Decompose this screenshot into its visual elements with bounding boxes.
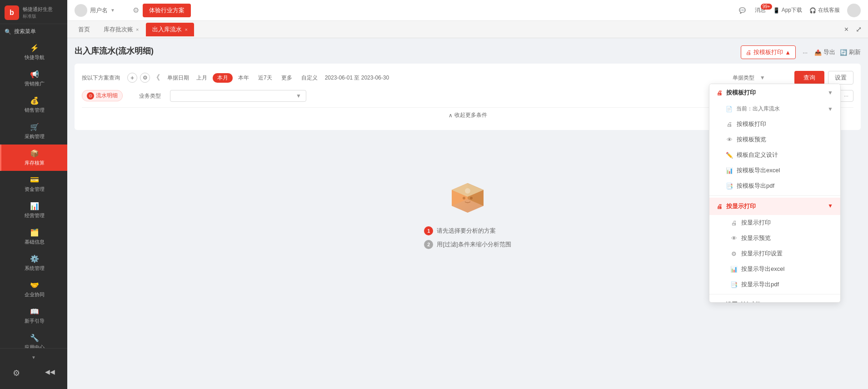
filter-right-btns: 查询 设置 [794,71,853,85]
empty-step-1: 1 请先选择要分析的方案 [424,226,511,235]
sidebar-scroll-down[interactable]: ▼ [0,353,67,362]
filter-collapse-icon[interactable]: 《 [153,73,160,83]
app-download-btn[interactable]: 📱 App下载 [773,6,802,14]
date-7days-btn[interactable]: 近7天 [254,73,276,83]
display-print-header-left: 🖨 按显示打印 [717,202,756,210]
biz-type-select[interactable]: ▼ [170,90,306,102]
date-this-month-btn[interactable]: 本月 [213,73,233,83]
print-template-btn[interactable]: 🖨 按模板打印 ▲ [741,45,796,59]
print-template-icon: 🖨 [746,49,752,56]
tab-home-label: 首页 [78,25,90,34]
display-print-icon: 🖨 [730,219,738,226]
dropdown-display-export-pdf-item[interactable]: 📑 按显示导出pdf [709,277,840,292]
sidebar-item-purchase[interactable]: 🛒 采购管理 [0,118,67,145]
dropdown-display-print-item[interactable]: 🖨 按显示打印 [709,215,840,230]
content-area: 出入库流水(流水明细) 🖨 按模板打印 ▲ ··· 📤 导出 🔄 刷新 [67,38,868,389]
message-btn[interactable]: 💬 99+ 消息 [739,6,766,14]
sidebar-item-basic[interactable]: 🗂️ 基础信息 [0,224,67,250]
sidebar-item-search[interactable]: 🔍 搜索菜单 [0,24,67,39]
query-btn[interactable]: 查询 [794,71,824,85]
sidebar-item-finance[interactable]: 💳 资金管理 [0,171,67,197]
display-excel-icon: 📊 [730,265,738,273]
main-area: 用户名 ▼ ⚙ 体验行业方案 💬 99+ 消息 📱 App下载 🎧 [67,0,868,389]
tab-inout-flow-close[interactable]: × [185,27,187,32]
topbar: 用户名 ▼ ⚙ 体验行业方案 💬 99+ 消息 📱 App下载 🎧 [67,0,868,21]
settings-gear-icon: ⚙ [13,368,20,378]
dropdown-template-print-item[interactable]: 🖨 按模板打印 [709,116,840,132]
display-pdf-icon: 📑 [730,281,738,288]
filter-tag-item[interactable]: ⊙ 流水明细 [82,90,123,101]
date-this-year-btn[interactable]: 本年 [234,73,253,83]
filter-settings-icon-btn[interactable]: ⚙ [140,73,150,83]
tab-inout-flow[interactable]: 出入库流水 × [146,23,194,36]
chevron-up-icon: ∧ [449,112,453,119]
refresh-btn[interactable]: 🔄 刷新 [840,48,861,56]
sidebar-item-marketing[interactable]: 📢 营销推广 [0,65,67,92]
app-download-label: App下载 [782,6,802,14]
message-icon: 💬 [739,7,746,14]
collapse-sidebar-btn[interactable]: ◀◀ [40,364,60,382]
settings-btn[interactable]: 设置 [828,71,853,85]
display-print-header-icon: 🖨 [717,203,723,210]
user-avatar [75,4,87,17]
search-label: 搜索菜单 [14,28,36,35]
tab-close-all-btn[interactable]: × [843,24,850,35]
tab-inventory-batch-close[interactable]: × [136,27,139,32]
finance-icon: 💳 [30,175,39,184]
sidebar-item-apps[interactable]: 🔧 应用中心 [0,329,67,348]
dropdown-template-preview-item[interactable]: 👁 按模板预览 [709,132,840,147]
set-default-icon: ⚙ [717,302,722,303]
sidebar-item-enterprise[interactable]: 🤝 企业协同 [0,276,67,303]
settings-gear-icon-top[interactable]: ⚙ [133,6,139,15]
inventory-label: 库存核算 [25,160,45,166]
dropdown-display-export-excel-item[interactable]: 📊 按显示导出excel [709,261,840,277]
tab-inventory-batch[interactable]: 库存批次账 × [97,23,145,36]
biz-type-chevron-icon: ▼ [296,93,301,99]
dropdown-current-template[interactable]: 📄 当前：出入库流水 ▼ [709,101,840,116]
set-default-label: 设置默认功能 [726,301,761,302]
dropdown-set-default-header[interactable]: ⚙ 设置默认功能 ▼ [709,296,840,302]
export-label: 导出 [823,48,835,56]
tab-expand-btn[interactable]: ⤢ [854,23,863,35]
dropdown-template-export-excel-item[interactable]: 📊 按模板导出excel [709,163,840,178]
quick-nav-icon: ⚡ [30,44,39,52]
sidebar-item-quick-nav[interactable]: ⚡ 快捷导航 [0,39,67,65]
settings-bottom-btn[interactable]: ⚙ [7,364,25,382]
more-options-icon: ··· [803,49,808,56]
print-dropdown-panel: 🖨 按模板打印 ▼ 📄 当前：出入库流水 ▼ 🖨 按模板打印 [709,84,841,303]
dropdown-template-custom-item[interactable]: ✏️ 模板自定义设计 [709,147,840,163]
sidebar-item-operations[interactable]: 📊 经营管理 [0,197,67,224]
sidebar-item-inventory[interactable]: 📦 库存核算 [0,145,67,171]
template-print-section-label: 按模板打印 [726,89,756,97]
step2-num: 2 [424,240,433,249]
dropdown-template-export-pdf-item[interactable]: 📑 按模板导出pdf [709,178,840,194]
tab-home[interactable]: 首页 [72,23,96,36]
more-options-btn[interactable]: ··· [800,47,810,58]
dropdown-display-preview-item[interactable]: 👁 按显示预览 [709,230,840,246]
industry-btn[interactable]: 体验行业方案 [143,4,191,17]
print-template-chevron-icon: ▲ [785,49,791,56]
online-service-btn[interactable]: 🎧 在线客服 [809,6,840,14]
dropdown-template-print-header[interactable]: 🖨 按模板打印 ▼ [709,84,840,101]
apps-label: 应用中心 [25,344,45,348]
date-last-month-btn[interactable]: 上月 [193,73,211,83]
empty-state-steps: 1 请先选择要分析的方案 2 用[过滤]条件来缩小分析范围 [424,226,511,249]
dropdown-divider-2 [709,294,840,294]
svg-point-5 [463,197,465,199]
sidebar-item-system[interactable]: ⚙️ 系统管理 [0,250,67,276]
sidebar-item-guide[interactable]: 📖 新手引导 [0,303,67,329]
sidebar-item-sales[interactable]: 💰 销售管理 [0,92,67,118]
dropdown-display-print-settings-item[interactable]: ⚙ 按显示打印设置 [709,246,840,261]
inventory-icon: 📦 [30,149,39,158]
user-avatar-top[interactable] [847,4,861,17]
filter-add-btn[interactable]: + [127,73,137,83]
date-custom-btn[interactable]: 自定义 [298,73,321,83]
user-selector[interactable]: 用户名 ▼ [75,4,129,17]
date-more-btn[interactable]: 更多 [278,73,296,83]
export-btn[interactable]: 📤 导出 [814,48,835,56]
system-icon: ⚙️ [30,254,39,263]
dropdown-display-print-header[interactable]: 🖨 按显示打印 ▲ [709,198,840,215]
pdf-item-icon: 📑 [726,182,733,190]
online-service-label: 在线客服 [818,6,840,14]
step1-text: 请先选择要分析的方案 [437,227,496,235]
